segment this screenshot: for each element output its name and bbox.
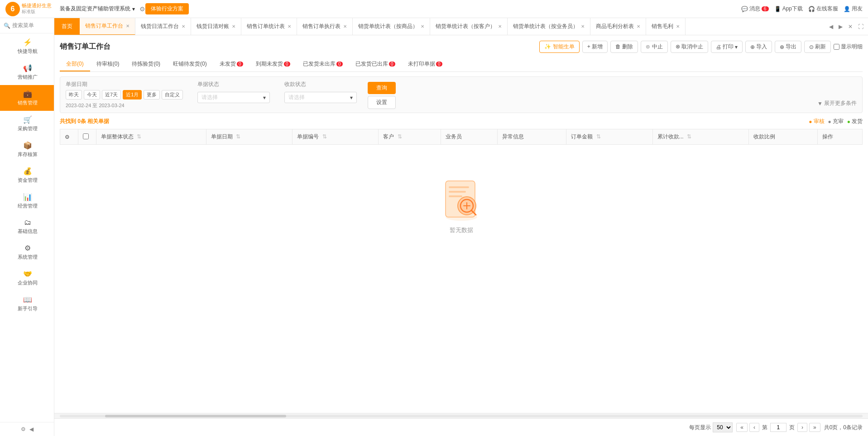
sidebar-item-operations[interactable]: 📊 经营管理 <box>0 188 54 214</box>
ftab-pending-review[interactable]: 待审核(0) <box>90 57 126 71</box>
search-buttons: 查询 设置 <box>368 82 396 109</box>
date-7days[interactable]: 近7天 <box>102 90 121 100</box>
th-cumulative[interactable]: 累计收款... ⇅ <box>652 129 748 145</box>
sidebar-item-marketing[interactable]: 📢 营销推广 <box>0 59 54 85</box>
ai-generate-button[interactable]: ✨ 智能生单 <box>539 41 579 53</box>
detail-checkbox-label[interactable]: 显示明细 <box>834 43 863 51</box>
ftab-sent-out[interactable]: 已发货已出库0 <box>349 57 402 71</box>
ftab-sent-not-out[interactable]: 已发货未出库0 <box>297 57 349 71</box>
th-customer[interactable]: 客户 ⇅ <box>379 129 441 145</box>
ftab-wangpu-pending[interactable]: 旺铺待发货(0) <box>167 57 213 71</box>
payment-select[interactable]: 请选择 ▾ <box>284 92 357 103</box>
import-button[interactable]: ⊕ 导入 <box>745 41 772 53</box>
add-button[interactable]: + 新增 <box>582 41 608 53</box>
tab-scroll-left[interactable]: ◀ <box>827 23 835 31</box>
th-status[interactable]: 单据整体状态 ⇅ <box>96 129 206 145</box>
expand-conditions-button[interactable]: ▼ 展开更多条件 <box>817 100 857 109</box>
date-more[interactable]: 更多 <box>144 90 160 100</box>
tab-close-sales-margin[interactable]: ✕ <box>676 24 680 29</box>
send-button[interactable]: ● 发货 <box>847 118 863 125</box>
sidebar-item-sales[interactable]: 💼 销售管理 <box>0 85 54 111</box>
tab-daily-reconcile[interactable]: 钱货日清对账 ✕ <box>191 18 241 35</box>
tab-close-sales-order[interactable]: ✕ <box>126 24 129 28</box>
sidebar-item-cooperation[interactable]: 🤝 企业协同 <box>0 265 54 291</box>
tab-close-gross-profit[interactable]: ✕ <box>637 24 640 29</box>
sidebar-item-base-info[interactable]: 🗂 基础信息 <box>0 214 54 239</box>
tab-sales-order[interactable]: 销售订单工作台 ✕ <box>80 18 135 35</box>
th-date[interactable]: 单据日期 ⇅ <box>206 129 293 145</box>
tab-daily-clear[interactable]: 钱货日清工作台 ✕ <box>135 18 191 35</box>
page-size-dropdown[interactable]: 50 <box>713 422 733 432</box>
tab-sales-margin[interactable]: 销售毛利 ✕ <box>646 18 686 35</box>
sidebar-item-inventory[interactable]: 📦 库存核算 <box>0 137 54 162</box>
tab-close-sales-exec[interactable]: ✕ <box>343 24 347 29</box>
select-all-checkbox[interactable] <box>83 133 89 139</box>
detail-checkbox[interactable] <box>834 44 839 50</box>
date-today[interactable]: 今天 <box>84 90 100 100</box>
page-total: 共0页，0条记录 <box>824 424 863 431</box>
tab-close-sales-goods[interactable]: ✕ <box>421 24 424 29</box>
print-button[interactable]: 🖨 打印 ▾ <box>711 41 743 53</box>
tab-expand[interactable]: ⛶ <box>856 23 865 31</box>
sidebar-collapse-btn[interactable]: ◀ <box>29 426 34 432</box>
tab-sales-goods[interactable]: 销货单统计表（按商品） ✕ <box>353 18 430 35</box>
cancel-stop-button[interactable]: ⊗ 取消中止 <box>671 41 708 53</box>
settings-query-button[interactable]: 设置 <box>368 96 396 109</box>
tab-close-daily-clear[interactable]: ✕ <box>182 24 185 29</box>
scroll-thumb[interactable] <box>105 415 286 417</box>
ftab-unsent[interactable]: 未发货0 <box>213 57 249 71</box>
online-service-button[interactable]: 🎧 在线客服 <box>808 5 838 13</box>
date-yesterday[interactable]: 昨天 <box>66 90 82 100</box>
first-page-button[interactable]: « <box>736 423 748 432</box>
sidebar-search[interactable]: 🔍 搜索菜单 <box>0 18 54 33</box>
tab-close-all[interactable]: ✕ <box>846 23 854 31</box>
tab-sales-stats[interactable]: 销售订单统计表 ✕ <box>241 18 297 35</box>
reject-dot: ● <box>828 118 831 125</box>
app-download-button[interactable]: 📱 App下载 <box>774 5 803 13</box>
th-checkbox[interactable] <box>78 129 96 145</box>
prev-page-button[interactable]: ‹ <box>749 423 759 432</box>
stop-button[interactable]: ⊙ 中止 <box>641 41 667 53</box>
sidebar-item-finance[interactable]: 💰 资金管理 <box>0 162 54 188</box>
horizontal-scrollbar[interactable] <box>54 413 868 418</box>
tab-scroll-right[interactable]: ▶ <box>837 23 844 31</box>
th-amount[interactable]: 订单金额 ⇅ <box>566 129 652 145</box>
tab-close-sales-person[interactable]: ✕ <box>581 24 585 29</box>
page-number-input[interactable] <box>770 423 786 432</box>
tab-close-sales-customer[interactable]: ✕ <box>498 24 502 29</box>
tab-sales-customer[interactable]: 销货单统计表（按客户） ✕ <box>430 18 508 35</box>
audit-button[interactable]: ● ● 审核 审核 <box>809 118 824 125</box>
ftab-pending-inspect[interactable]: 待拣验货(0) <box>125 57 167 71</box>
th-number[interactable]: 单据编号 ⇅ <box>293 129 379 145</box>
sidebar-item-quick-nav[interactable]: ⚡ 快捷导航 <box>0 33 54 59</box>
experience-button[interactable]: 体验行业方案 <box>145 3 189 14</box>
sidebar-item-guide[interactable]: 📖 新手引导 <box>0 291 54 317</box>
tab-home[interactable]: 首页 <box>54 18 80 35</box>
ftab-overdue-unsent[interactable]: 到期未发货0 <box>249 57 297 71</box>
query-button[interactable]: 查询 <box>368 82 396 94</box>
user-menu[interactable]: 👤 用友 <box>844 5 863 13</box>
tab-gross-profit[interactable]: 商品毛利分析表 ✕ <box>590 18 646 35</box>
last-page-button[interactable]: » <box>809 423 820 432</box>
tab-sales-exec[interactable]: 销售订单执行表 ✕ <box>297 18 353 35</box>
status-select[interactable]: 请选择 ▾ <box>197 92 270 103</box>
ftab-unprinted[interactable]: 未打印单据0 <box>402 57 449 71</box>
tab-sales-person[interactable]: 销货单统计表（按业务员） ✕ <box>508 18 590 35</box>
th-settings[interactable]: ⚙ <box>60 129 78 145</box>
reject-button[interactable]: ● 充审 <box>828 118 844 125</box>
next-page-button[interactable]: › <box>797 423 807 432</box>
system-title-dropdown[interactable]: 装备及固定资产辅助管理系统 ▾ <box>60 5 135 13</box>
message-button[interactable]: 💬 消息 6 <box>741 5 769 13</box>
delete-button[interactable]: 🗑 删除 <box>610 41 638 53</box>
tab-close-daily-reconcile[interactable]: ✕ <box>232 24 235 29</box>
sidebar-item-purchase[interactable]: 🛒 采购管理 <box>0 111 54 137</box>
gear-settings[interactable]: ⚙ <box>139 5 145 13</box>
refresh-button[interactable]: ⊙ 刷新 <box>804 41 831 53</box>
date-1month[interactable]: 近1月 <box>123 90 142 100</box>
ftab-all[interactable]: 全部(0) <box>60 57 90 71</box>
sidebar-item-system[interactable]: ⚙ 系统管理 <box>0 239 54 265</box>
date-custom[interactable]: 自定义 <box>162 90 183 100</box>
sidebar-settings-btn[interactable]: ⚙ <box>21 426 26 432</box>
tab-close-sales-stats[interactable]: ✕ <box>288 24 291 29</box>
export-button[interactable]: ⊕ 导出 <box>775 41 801 53</box>
